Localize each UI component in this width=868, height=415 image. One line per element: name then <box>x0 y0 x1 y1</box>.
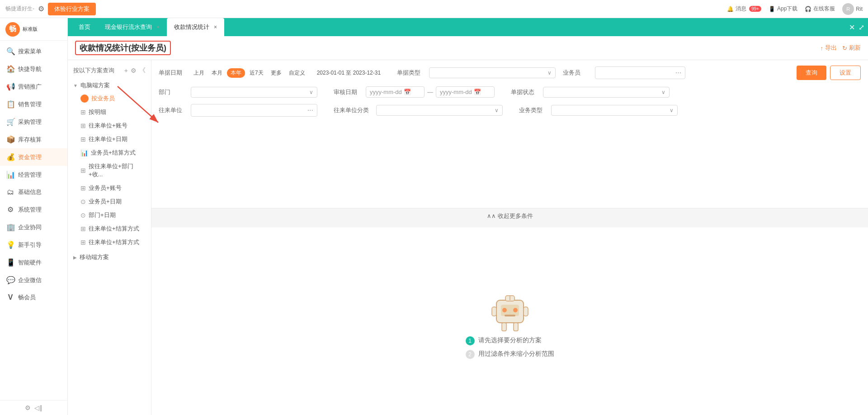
user-area[interactable]: R Rit <box>842 3 863 15</box>
scheme-settings-button[interactable]: ⚙ <box>131 67 137 74</box>
main-content: 首页 现金银行流水查询 × 收款情况统计 × ✕ ⤢ 收款情况统计(按业务员) <box>68 18 868 415</box>
review-date-end-input[interactable]: yyyy-mm-dd 📅 <box>436 86 495 98</box>
sidebar-item-basic[interactable]: 🗂 基础信息 <box>0 184 67 201</box>
sidebar-item-sales[interactable]: 📋 销售管理 <box>0 95 67 113</box>
scheme-item-partner-account[interactable]: ⊞ 往来单位+账号 <box>68 119 151 132</box>
user-name: Rit <box>856 6 863 12</box>
review-date-end-value: yyyy-mm-dd <box>440 89 472 95</box>
sidebar-bottom: ⚙ ◁∥ <box>0 400 67 415</box>
partner-dept-icon: ⊞ <box>80 167 86 174</box>
biz-type-chevron-icon: ∨ <box>670 107 674 113</box>
sidebar-item-guide[interactable]: 💡 新手引导 <box>0 236 67 254</box>
date-buttons: 上月 本月 本年 近7天 更多 自定义 <box>191 68 308 78</box>
scheme-item-partner-dept[interactable]: ⊞ 按往来单位+部门+收... <box>68 160 151 181</box>
scheme-add-button[interactable]: + <box>124 67 128 74</box>
scheme-section-desktop-title[interactable]: ▼ 电脑端方案 <box>68 79 151 92</box>
scheme-item-partner-settle1[interactable]: ⊞ 往来单位+结算方式 <box>68 222 151 236</box>
dept-select[interactable]: ∨ <box>191 87 317 98</box>
scheme-item-label: 往来单位+结算方式 <box>89 225 139 233</box>
online-service-button[interactable]: 🎧 在线客服 <box>805 5 835 13</box>
sidebar-item-wechat[interactable]: 💬 企业微信 <box>0 271 67 289</box>
refresh-button[interactable]: ↻ 刷新 <box>842 44 861 52</box>
date-btn-this-year[interactable]: 本年 <box>227 68 245 78</box>
sidebar-label-sales: 销售管理 <box>18 100 42 108</box>
tab-receipt-stats[interactable]: 收款情况统计 × <box>167 18 224 36</box>
settings-bottom-icon[interactable]: ⚙ <box>25 404 31 411</box>
sidebar-item-finance[interactable]: 💰 资金管理 <box>0 148 67 166</box>
marketing-icon: 📢 <box>6 82 14 91</box>
scheme-section-mobile: ▶ 移动端方案 <box>68 251 151 264</box>
partner-select[interactable]: ··· <box>191 104 317 117</box>
date-btn-custom[interactable]: 自定义 <box>286 68 308 78</box>
scheme-collapse-button[interactable]: 《 <box>139 66 146 75</box>
sidebar-item-marketing[interactable]: 📢 营销推广 <box>0 78 67 95</box>
collapse-bar[interactable]: ∧∧ 收起更多条件 <box>151 208 868 224</box>
scheme-section-desktop-label: 电脑端方案 <box>80 81 110 90</box>
sidebar-menu: 🔍 搜索菜单 🏠 快捷导航 📢 营销推广 📋 销售管理 🛒 采购管 <box>0 41 67 308</box>
sidebar-item-member[interactable]: V 畅会员 <box>0 289 67 306</box>
tab-close-all-icon[interactable]: ✕ <box>849 23 855 32</box>
collapse-sidebar-icon[interactable]: ◁∥ <box>34 404 42 411</box>
scheme-item-by-salesperson[interactable]: ● 按业务员 <box>68 92 151 105</box>
svg-rect-11 <box>502 323 506 331</box>
sidebar-item-enterprise[interactable]: 🏢 企业协同 <box>0 218 67 236</box>
sidebar-item-hardware[interactable]: 📱 智能硬件 <box>0 254 67 271</box>
scheme-item-label: 按明细 <box>89 108 106 116</box>
tab-expand-icon[interactable]: ⤢ <box>859 23 864 32</box>
scheme-item-sales-settlement[interactable]: 📊 业务员+结算方式 <box>68 146 151 160</box>
bar-chart-icon: 📊 <box>80 149 88 156</box>
sidebar-item-business[interactable]: 📊 经营管理 <box>0 166 67 184</box>
empty-illustration <box>483 282 537 336</box>
empty-step-2: 2 用过滤条件来缩小分析范围 <box>466 350 554 359</box>
date-btn-this-month[interactable]: 本月 <box>209 68 225 78</box>
sales-account-icon: ⊞ <box>80 184 86 192</box>
scheme-item-sales-account[interactable]: ⊞ 业务员+账号 <box>68 181 151 195</box>
scheme-item-partner-settle2[interactable]: ⊞ 往来单位+结算方式 <box>68 236 151 249</box>
tab-bank-flow-close[interactable]: × <box>156 24 160 30</box>
app-download-button[interactable]: 📱 App下载 <box>769 5 797 13</box>
empty-step-2-label: 用过滤条件来缩小分析范围 <box>478 350 554 358</box>
sidebar-item-purchase[interactable]: 🛒 采购管理 <box>0 113 67 131</box>
scheme-item-partner-date[interactable]: ⊞ 往来单位+日期 <box>68 132 151 146</box>
refresh-label: 刷新 <box>849 44 861 52</box>
biz-type-select[interactable]: ∨ <box>551 105 678 116</box>
tab-receipt-stats-close[interactable]: × <box>214 24 217 30</box>
scheme-section-mobile-title[interactable]: ▶ 移动端方案 <box>68 251 151 264</box>
voucher-status-select[interactable]: ∨ <box>543 87 670 98</box>
export-button[interactable]: ↑ 导出 <box>821 44 837 52</box>
date-btn-last-month[interactable]: 上月 <box>191 68 207 78</box>
collapse-up-icon: ∧∧ <box>487 212 496 219</box>
scheme-item-label: 业务员+日期 <box>89 198 122 206</box>
tab-home[interactable]: 首页 <box>71 18 98 36</box>
partner-type-select[interactable]: ∨ <box>376 105 503 116</box>
salesperson-select[interactable]: ··· <box>595 66 685 79</box>
scheme-item-sales-date[interactable]: ⊙ 业务员+日期 <box>68 195 151 208</box>
filter-settings-button[interactable]: 设置 <box>830 66 861 80</box>
sidebar-label-enterprise: 企业协同 <box>18 223 42 231</box>
page-content: 收款情况统计(按业务员) ↑ 导出 ↻ 刷新 按以下方 <box>68 36 868 415</box>
empty-steps: 1 请先选择要分析的方案 2 用过滤条件来缩小分析范围 <box>466 336 554 363</box>
review-date-start-input[interactable]: yyyy-mm-dd 📅 <box>366 86 425 98</box>
voucher-status-label: 单据状态 <box>511 88 536 96</box>
biz-type-label: 业务类型 <box>519 106 544 114</box>
sidebar-label-search: 搜索菜单 <box>18 47 42 56</box>
scheme-item-dept-date[interactable]: ⊙ 部门+日期 <box>68 208 151 222</box>
scheme-item-label: 部门+日期 <box>89 211 116 219</box>
sidebar-item-inventory[interactable]: 📦 库存核算 <box>0 131 67 148</box>
messages-button[interactable]: 🔔 消息 99+ <box>727 5 761 13</box>
trial-button[interactable]: 体验行业方案 <box>48 3 96 15</box>
sales-icon: 📋 <box>6 100 14 108</box>
settings-icon[interactable]: ⚙ <box>38 5 44 13</box>
sidebar-label-basic: 基础信息 <box>18 188 42 196</box>
query-button[interactable]: 查询 <box>797 66 826 80</box>
sidebar-item-search[interactable]: 🔍 搜索菜单 <box>0 42 67 60</box>
date-btn-more[interactable]: 更多 <box>268 68 284 78</box>
tab-bank-flow[interactable]: 现金银行流水查询 × <box>98 18 167 36</box>
scheme-item-by-detail[interactable]: ⊞ 按明细 <box>68 105 151 119</box>
sidebar-item-quick-nav[interactable]: 🏠 快捷导航 <box>0 60 67 78</box>
date-btn-7days[interactable]: 近7天 <box>247 68 266 78</box>
sidebar-item-system[interactable]: ⚙ 系统管理 <box>0 201 67 218</box>
sidebar-label-wechat: 企业微信 <box>18 276 42 284</box>
scheme-item-label: 往来单位+账号 <box>89 122 127 130</box>
voucher-type-select[interactable]: ∨ <box>429 67 556 78</box>
